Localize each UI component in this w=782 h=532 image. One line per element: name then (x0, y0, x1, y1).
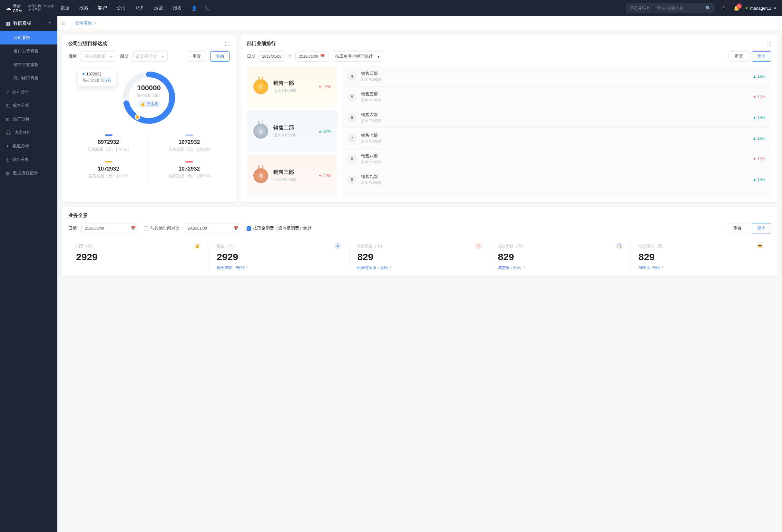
sidebar-item-sales[interactable]: ◎销售分析 (0, 153, 58, 166)
stat-by-select[interactable]: 按工单客户经理统计▾ (332, 51, 383, 62)
gauge-tooltip: 1072932 所占比例: 70.9% (78, 69, 116, 86)
reached-badge: 👍已达成 (138, 100, 161, 108)
date-from-input[interactable]: 2018/01/08 (258, 51, 285, 62)
close-icon[interactable]: × (94, 20, 96, 25)
logo: ☁ 云朵CRM 教育机构一站式服务云平台 (6, 3, 54, 13)
chevron-down-icon: ▾ (774, 6, 776, 11)
calendar-icon: 📅 (320, 54, 325, 59)
chevron-down-icon: ▾ (378, 54, 380, 59)
sidebar-group-dashboards[interactable]: ▦数据看板 ⌃ (0, 16, 58, 31)
goal-card: 公司业绩目标达成 ⛶ 目标 请选择目标▾ 周期 请选择周期▾ 重置 查询 107… (62, 35, 236, 202)
chevron-down-icon: ▾ (647, 6, 649, 10)
help-icon[interactable]: ? (523, 266, 525, 270)
trend-up: ▲ 10% (753, 115, 765, 120)
period-select[interactable]: 请选择周期▾ (132, 51, 168, 62)
search-icon[interactable]: 🔍 (702, 5, 715, 11)
query-button[interactable]: 查询 (210, 51, 229, 62)
goal-stats: 8972932已完成量（元） | 70.9% 1072932未完成量（元） | … (68, 130, 229, 183)
top-nav: 数据 线索 客户 公海 财务 运营 报名 (61, 5, 182, 11)
kpi-item: 机会（个）➤ 2929 机会成本：¥948 ? (209, 243, 349, 271)
stat-remaining: 1072932未完成量（元） | 20.9% (149, 130, 229, 157)
logo-mark: ☁ (6, 5, 11, 11)
rank-row: 6 销售六部流水 ¥19020 ▲ 10% (342, 107, 771, 128)
logo-subtitle: 教育机构一站式服务云平台 (26, 4, 54, 12)
nav-finance[interactable]: 财务 (135, 5, 144, 11)
nav-signup[interactable]: 报名 (173, 5, 182, 11)
target-label: 目标 (68, 54, 77, 59)
gauge-total-label: 目标总量（元） (137, 93, 162, 98)
help-icon[interactable]: ? (246, 266, 248, 270)
shield-icon: 🛡 (475, 243, 482, 250)
username: manager11 (750, 6, 771, 11)
sidebar-item-promo[interactable]: ▨推广分析 (0, 112, 58, 126)
nav-data[interactable]: 数据 (61, 5, 70, 11)
rank-row: 8 销售八部流水 ¥19020 ▼ 12% (342, 149, 771, 169)
search-input[interactable] (653, 6, 702, 10)
nav-ops[interactable]: 运营 (154, 5, 163, 11)
top-extra-icons: 👤 📞 (191, 5, 210, 11)
goal-gauge: 1072932 所占比例: 70.9% 100000 目标总量（元） 👍已达成 (68, 69, 229, 127)
rank-item-2: 2 销售二部流水 ¥10,900 ▲ 10% (247, 111, 337, 152)
nav-leads[interactable]: 线索 (79, 5, 88, 11)
bell-icon[interactable]: 🔔5 (734, 5, 739, 11)
target-select[interactable]: 请选择目标▾ (80, 51, 116, 62)
trend-up: ▲ 10% (753, 177, 765, 182)
rank-rest-list: 4 销售四部流水 ¥19020 ▲ 10% 5 销售五部流水 ¥19020 ▼ … (342, 66, 771, 197)
sidebar-item-promo-mgr[interactable]: 推广主管看板 (0, 44, 58, 58)
sidebar-item-visitor[interactable]: 🎧访客分析 (0, 126, 58, 139)
cash-checkbox[interactable]: 按现金消费（返点后消费）统计 (247, 225, 312, 231)
chevron-down-icon: ▾ (110, 54, 112, 59)
notification-badge: 5 (737, 4, 742, 9)
search-type-select[interactable]: 手机号码 ▾ (626, 3, 653, 13)
user-icon[interactable]: 👤 (191, 5, 197, 11)
list-icon: ▤ (6, 171, 10, 176)
rank-row: 9 销售九部流水 ¥19020 ▲ 10% (342, 169, 771, 189)
sidebar-item-cost[interactable]: ◷成本分析 (0, 99, 58, 112)
date2-input[interactable]: 2018/01/08📅 (184, 223, 242, 234)
bronze-medal-icon: 3 (253, 168, 268, 183)
rank-number: 7 (348, 134, 356, 143)
sidebar-item-funnel[interactable]: ▽漏斗分析 (0, 85, 58, 99)
date-label: 日期 (247, 54, 255, 59)
nav-pool[interactable]: 公海 (117, 5, 126, 11)
calendar-icon: 📅 (131, 226, 136, 230)
help-icon[interactable]: ? (661, 266, 663, 270)
goal-card-title: 公司业绩目标达成 (68, 41, 107, 47)
trend-down: ▼ 12% (318, 174, 331, 178)
biz-card-title: 业务全景 (68, 212, 88, 219)
compare-checkbox[interactable]: 与其他时间对比 (144, 225, 180, 231)
sidebar-item-company[interactable]: 公司看板 (0, 31, 58, 44)
target-icon: ◎ (6, 157, 9, 162)
sidebar-item-account-mgr[interactable]: 客户经理看板 (0, 72, 58, 85)
phone-icon[interactable]: 📞 (205, 5, 210, 11)
help-icon[interactable]: ? (389, 266, 392, 270)
kpi-item: 成交单数（单）📋 829 成交率：80% ? (490, 243, 631, 271)
chevron-up-icon: ⌃ (48, 21, 51, 26)
share-icon: ⚬ (6, 144, 9, 149)
date-to-input[interactable]: 2018/01/08📅 (295, 51, 328, 62)
user-menu[interactable]: manager11 ▾ (746, 6, 776, 11)
search-box: 手机号码 ▾ 🔍 (626, 3, 715, 13)
reset-button[interactable]: 重置 (729, 51, 748, 62)
query-button[interactable]: 查询 (752, 223, 771, 234)
date1-input[interactable]: 2018/01/08📅 (81, 223, 139, 234)
kpi-row: 消费（元）💰 2929 机会（个）➤ 2929 机会成本：¥948 ? 有效机会… (68, 243, 771, 271)
reset-button[interactable]: 重置 (728, 223, 747, 234)
tab-company-board[interactable]: 公司看板 × (71, 16, 101, 30)
expand-icon[interactable]: ⛶ (225, 41, 229, 46)
mobile-icon[interactable]: 📱 (721, 5, 726, 11)
query-button[interactable]: 查询 (752, 51, 771, 62)
rank-item-1: 1 销售一部流水 ¥10,900 ▼ 12% (247, 66, 337, 107)
clock-icon: ◷ (6, 103, 9, 108)
sidebar-item-flow[interactable]: ▤数据流转记录 (0, 166, 58, 180)
thumbs-up-icon: 👍 (140, 102, 145, 106)
sidebar-item-channel[interactable]: ⚬渠道分析 (0, 139, 58, 153)
svg-point-2 (135, 115, 140, 119)
rank-number: 6 (348, 113, 356, 122)
top-bar: ☁ 云朵CRM 教育机构一站式服务云平台 数据 线索 客户 公海 财务 运营 报… (0, 0, 782, 16)
menu-toggle-icon[interactable]: ☰ (61, 21, 65, 26)
expand-icon[interactable]: ⛶ (767, 41, 771, 46)
nav-customers[interactable]: 客户 (98, 5, 107, 11)
sidebar-item-sales-mgr[interactable]: 销售主管看板 (0, 58, 58, 72)
reset-button[interactable]: 重置 (187, 51, 206, 62)
